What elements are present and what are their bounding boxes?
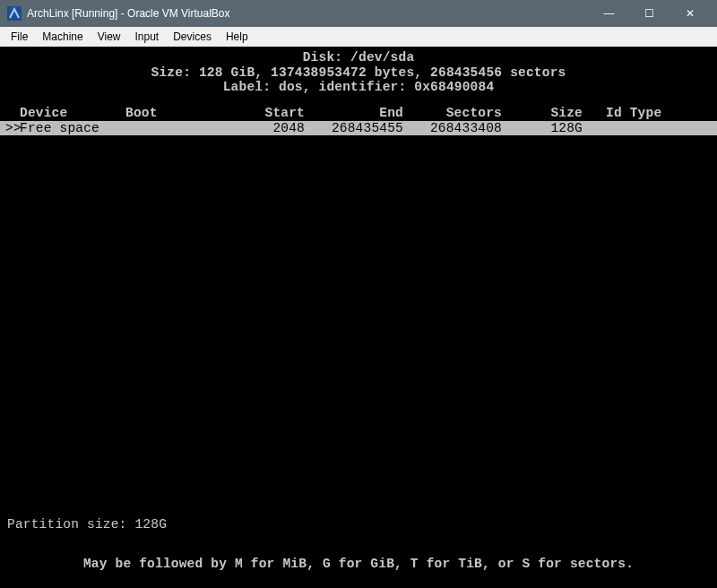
console-bottom: Partition size: 128G May be followed by … bbox=[0, 517, 717, 583]
col-sectors: Sectors bbox=[403, 106, 502, 121]
row-cursor: >> bbox=[4, 121, 20, 136]
cell-start: 2048 bbox=[206, 121, 305, 136]
col-size: Size bbox=[502, 106, 583, 121]
disk-line: Disk: /dev/sda bbox=[0, 50, 717, 65]
col-end: End bbox=[305, 106, 403, 121]
table-row[interactable]: >> Free space 2048 268435455 268433408 1… bbox=[0, 121, 717, 136]
col-start: Start bbox=[206, 106, 305, 121]
partition-table-header: Device Boot Start End Sectors Size Id Ty… bbox=[0, 106, 717, 121]
cell-size: 128G bbox=[502, 121, 583, 136]
label-line: Label: dos, identifier: 0x68490084 bbox=[0, 80, 717, 95]
menu-devices[interactable]: Devices bbox=[166, 30, 219, 43]
menu-help[interactable]: Help bbox=[219, 30, 255, 43]
size-line: Size: 128 GiB, 137438953472 bytes, 26843… bbox=[0, 65, 717, 81]
minimize-button[interactable]: — bbox=[589, 0, 629, 27]
col-device: Device bbox=[20, 106, 125, 121]
col-boot: Boot bbox=[125, 106, 206, 121]
cell-boot bbox=[125, 121, 206, 136]
console[interactable]: Disk: /dev/sda Size: 128 GiB, 1374389534… bbox=[0, 47, 717, 588]
cell-idtype bbox=[583, 121, 672, 136]
cell-device: Free space bbox=[20, 121, 125, 136]
col-idtype: Id Type bbox=[583, 106, 672, 121]
hint-line: May be followed by M for MiB, G for GiB,… bbox=[0, 557, 717, 572]
menubar: File Machine View Input Devices Help bbox=[0, 27, 717, 47]
window-titlebar: ArchLinx [Running] - Oracle VM VirtualBo… bbox=[0, 0, 717, 27]
window-controls: — ☐ ✕ bbox=[589, 0, 710, 27]
cell-sectors: 268433408 bbox=[403, 121, 502, 136]
virtualbox-icon bbox=[7, 6, 22, 21]
menu-input[interactable]: Input bbox=[128, 30, 167, 43]
menu-file[interactable]: File bbox=[4, 30, 35, 43]
window-title: ArchLinx [Running] - Oracle VM VirtualBo… bbox=[27, 7, 589, 20]
maximize-button[interactable]: ☐ bbox=[629, 0, 669, 27]
partition-size-prompt: Partition size: 128G bbox=[0, 517, 717, 532]
cell-end: 268435455 bbox=[305, 121, 403, 136]
menu-view[interactable]: View bbox=[91, 30, 128, 43]
menu-machine[interactable]: Machine bbox=[35, 30, 90, 43]
close-button[interactable]: ✕ bbox=[669, 0, 710, 27]
